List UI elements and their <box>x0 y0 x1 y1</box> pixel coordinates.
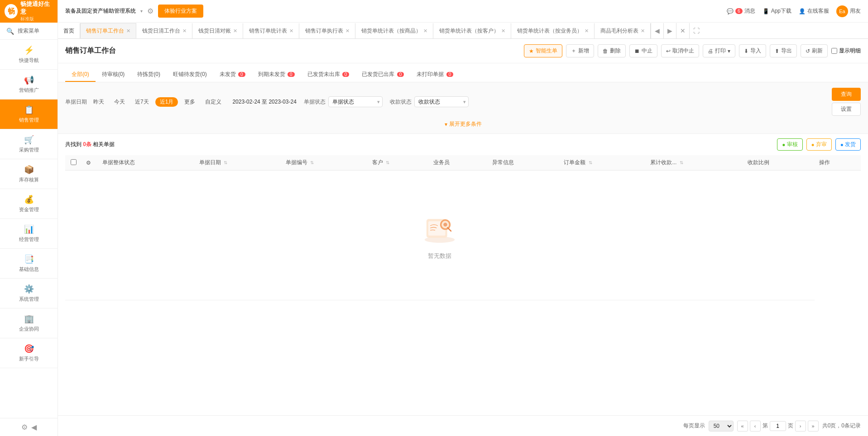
tab-sales-stats-customer-close[interactable]: ✕ <box>501 28 505 34</box>
logo-icon: 畅 <box>5 4 18 19</box>
tab-product-margin[interactable]: 商品毛利分析表 ✕ <box>595 23 651 38</box>
tab-sales-stats-customer[interactable]: 销货单统计表（按客户） ✕ <box>433 23 511 38</box>
tab-product-margin-close[interactable]: ✕ <box>641 28 645 34</box>
gear-icon[interactable]: ⚙ <box>147 7 153 15</box>
user-button[interactable]: Ea 用友 <box>836 5 861 17</box>
sub-tab-pending-review[interactable]: 待审核(0) <box>96 68 131 82</box>
page-first-button[interactable]: « <box>737 421 748 431</box>
page-input[interactable] <box>770 421 786 431</box>
table-col-settings[interactable]: ⚙ <box>82 155 98 171</box>
delete-button[interactable]: 🗑 删除 <box>598 44 626 57</box>
sidebar-item-system[interactable]: ⚙️ 系统管理 <box>0 279 58 308</box>
tabs-expand-button[interactable]: ⛶ <box>689 23 703 38</box>
tabs-close-all-button[interactable]: ✕ <box>676 23 689 38</box>
sidebar-item-marketing[interactable]: 📢 营销推广 <box>0 70 58 100</box>
sub-tab-overdue[interactable]: 到期未发货 0 <box>252 68 301 82</box>
filter-date-7days[interactable]: 近7天 <box>131 97 153 107</box>
app-download-button[interactable]: 📱 App下载 <box>762 7 791 15</box>
sidebar-item-quicknav[interactable]: ⚡ 快捷导航 <box>0 40 58 70</box>
tab-sales-order-exec[interactable]: 销售订单执行表 ✕ <box>299 23 355 38</box>
sidebar-search-item[interactable]: 🔍 搜索菜单 <box>0 23 58 40</box>
sidebar-collapse-button[interactable]: ◀ <box>31 423 37 431</box>
table-header-customer[interactable]: 客户 ⇅ <box>368 155 429 171</box>
sidebar-item-operation[interactable]: 📊 经营管理 <box>0 219 58 249</box>
cancel-stop-button[interactable]: ↩ 取消中止 <box>661 44 699 57</box>
tab-cash-reconciliation[interactable]: 钱货日清对账 ✕ <box>192 23 243 38</box>
setting-button[interactable]: 设置 <box>832 103 861 116</box>
show-detail-checkbox-label[interactable]: 显示明细 <box>831 47 861 55</box>
tab-cash-daily[interactable]: 钱货日清工作台 ✕ <box>136 23 192 38</box>
empty-text: 暂无数据 <box>428 252 451 260</box>
tab-cash-reconciliation-close[interactable]: ✕ <box>233 28 237 34</box>
filter-date-today[interactable]: 今天 <box>110 97 129 107</box>
filter-date-yesterday[interactable]: 昨天 <box>90 97 108 107</box>
table-header-date[interactable]: 单据日期 ⇅ <box>195 155 281 171</box>
audit-button[interactable]: ● 审核 <box>777 138 802 151</box>
table-header-number[interactable]: 单据编号 ⇅ <box>281 155 368 171</box>
refresh-button[interactable]: ↺ 刷新 <box>801 44 828 57</box>
add-button[interactable]: ＋ 新增 <box>566 44 594 57</box>
tab-sales-order-workbench[interactable]: 销售订单工作台 ✕ <box>80 23 136 38</box>
tab-sales-order-exec-close[interactable]: ✕ <box>345 28 350 34</box>
page-prev-button[interactable]: ‹ <box>750 421 761 431</box>
expand-button[interactable]: ▾ 展开更多条件 <box>445 120 482 128</box>
show-detail-checkbox[interactable] <box>831 48 837 54</box>
tab-sales-stats-product-close[interactable]: ✕ <box>423 28 427 34</box>
query-button[interactable]: 查询 <box>832 88 861 101</box>
sub-tab-all[interactable]: 全部(0) <box>65 68 96 82</box>
filter-date-more[interactable]: 更多 <box>181 97 199 107</box>
sidebar-settings-button[interactable]: ⚙ <box>21 423 28 431</box>
tab-sales-order-stats[interactable]: 销售订单统计表 ✕ <box>243 23 299 38</box>
smart-create-button[interactable]: ★ 智能生单 <box>524 44 562 57</box>
print-button[interactable]: 🖨 打印 ▾ <box>703 44 735 57</box>
table-header-status[interactable]: 单据整体状态 <box>98 155 195 171</box>
tab-product-margin-label: 商品毛利分析表 <box>600 27 638 35</box>
tabs-prev-button[interactable]: ◀ <box>651 23 663 38</box>
tab-sales-order-workbench-close[interactable]: ✕ <box>126 28 130 34</box>
tab-sales-order-stats-close[interactable]: ✕ <box>289 28 293 34</box>
filter-status-select[interactable]: 单据状态 <box>328 96 383 107</box>
select-all-checkbox[interactable] <box>71 159 77 165</box>
sub-tab-shipped-not-out[interactable]: 已发货未出库 0 <box>301 68 356 82</box>
tab-sales-stats-staff-close[interactable]: ✕ <box>585 28 589 34</box>
stop-button[interactable]: ⏹ 中止 <box>629 44 657 57</box>
message-button[interactable]: 💬 6 消息 <box>727 7 755 15</box>
tab-sales-stats-staff[interactable]: 销货单统计表（按业务员） ✕ <box>511 23 595 38</box>
per-page-select[interactable]: 50 100 200 <box>709 421 734 431</box>
table-header-collected[interactable]: 累计收款... ⇅ <box>646 155 743 171</box>
online-service-button[interactable]: 👤 在线客服 <box>799 7 829 15</box>
cancel-audit-button[interactable]: ● 弃审 <box>806 138 832 151</box>
sidebar-item-enterprise[interactable]: 🏢 企业协同 <box>0 308 58 338</box>
import-button[interactable]: ⬇ 导入 <box>739 44 766 57</box>
filter-date-custom[interactable]: 自定义 <box>201 97 225 107</box>
tabs-next-button[interactable]: ▶ <box>663 23 676 38</box>
solution-button[interactable]: 体验行业方案 <box>158 5 203 18</box>
inventory-icon: 📦 <box>24 165 34 175</box>
sub-tab-pending-delivery[interactable]: 待拣货(0) <box>131 68 167 82</box>
print-label: 打印 <box>715 47 726 55</box>
sidebar-item-guide[interactable]: 🎯 新手引导 <box>0 338 58 368</box>
sidebar-item-purchase[interactable]: 🛒 采购管理 <box>0 129 58 159</box>
table-header-amount[interactable]: 订单金额 ⇅ <box>559 155 646 171</box>
sub-tab-shipped-out[interactable]: 已发货已出库 0 <box>355 68 410 82</box>
filter-date-1month[interactable]: 近1月 <box>155 97 178 107</box>
sidebar-item-basic[interactable]: 📑 基础信息 <box>0 249 58 279</box>
page-next-button[interactable]: › <box>795 421 806 431</box>
tab-cash-daily-close[interactable]: ✕ <box>182 28 187 34</box>
sub-tab-not-shipped[interactable]: 未发货 0 <box>213 68 252 82</box>
filter-payment-select[interactable]: 收款状态 <box>414 96 469 107</box>
sidebar-item-finance[interactable]: 💰 资金管理 <box>0 189 58 219</box>
tab-sales-stats-product[interactable]: 销货单统计表（按商品） ✕ <box>355 23 433 38</box>
sub-tab-wangpu[interactable]: 旺铺待发货(0) <box>167 68 213 82</box>
page-last-button[interactable]: » <box>808 421 819 431</box>
online-service-label: 在线客服 <box>807 7 829 15</box>
ship-button[interactable]: ● 发货 <box>835 138 861 151</box>
sidebar-search-label: 搜索菜单 <box>18 27 39 35</box>
sidebar-item-sales[interactable]: 📋 销售管理 <box>0 100 58 129</box>
sidebar-item-inventory[interactable]: 📦 库存核算 <box>0 159 58 189</box>
tab-home[interactable]: 首页 <box>58 23 80 38</box>
sub-tab-not-printed[interactable]: 未打印单据 0 <box>410 68 460 82</box>
table-header-staff[interactable]: 业务员 <box>429 155 488 171</box>
table-header-exception[interactable]: 异常信息 <box>488 155 559 171</box>
export-button[interactable]: ⬆ 导出 <box>770 44 797 57</box>
